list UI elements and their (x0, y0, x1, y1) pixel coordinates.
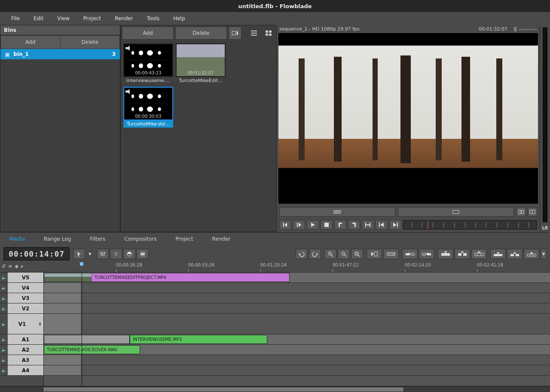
timeline-clip-video[interactable]: TURCOTTEMIKEEDITPROJECT.MP4 (44, 273, 290, 282)
track-head[interactable]: 🔈V2 (0, 303, 43, 314)
redo-button[interactable] (309, 249, 321, 259)
sync-icon[interactable]: ⇵ (2, 263, 6, 269)
track-lane[interactable]: TURCOTTEMIKEEDITPROJECT.MP4 (44, 273, 550, 283)
track-mute-icon[interactable]: 🔈 (0, 314, 8, 334)
monitor-mode-timeline-button[interactable] (279, 207, 395, 217)
track-expand-icon[interactable]: ↓ (37, 321, 43, 327)
transport-clear-marks-button[interactable] (362, 220, 374, 230)
tab-media[interactable]: Media (0, 233, 34, 245)
track-lane[interactable] (44, 293, 550, 303)
monitor-mode-clip-button[interactable] (398, 207, 514, 217)
track-mute-icon[interactable]: 🔈 (0, 273, 8, 282)
marker-menu-icon[interactable]: ▸ (21, 263, 24, 269)
transport-mark-out-button[interactable] (348, 220, 360, 230)
edit-mode-button[interactable] (73, 249, 85, 259)
track-head[interactable]: 🔈V1↓ (0, 314, 43, 334)
menu-file[interactable]: File (4, 13, 27, 24)
tool-pattern-icon[interactable] (137, 249, 149, 259)
transport-prev-button[interactable] (279, 220, 291, 230)
menu-tools[interactable]: Tools (140, 13, 167, 24)
track-head[interactable]: 🔈A4 (0, 365, 43, 376)
track-lane[interactable]: TURCOTTEMIKE-VOICEOVER.WAV (44, 345, 550, 355)
track-head[interactable]: 🔈V4 (0, 283, 43, 293)
transport-play-button[interactable] (307, 220, 319, 230)
track-mute-icon[interactable]: 🔈 (0, 303, 8, 313)
undo-button[interactable] (296, 249, 308, 259)
track-mute-icon[interactable]: 🔈 (0, 283, 8, 293)
overwrite-range-button[interactable] (455, 249, 470, 259)
media-proxy-icon[interactable] (229, 27, 241, 40)
timeline-scrollbar[interactable] (0, 386, 550, 392)
track-mute-icon[interactable]: 🔈 (0, 365, 8, 375)
bin-add-button[interactable]: Add (0, 35, 60, 49)
scrollbar-thumb[interactable] (43, 387, 404, 392)
zoom-fit-button[interactable] (351, 249, 363, 259)
track-lane[interactable] (44, 355, 550, 365)
track-head[interactable]: 🔈V3 (0, 293, 43, 303)
ripple-delete-button[interactable] (524, 249, 539, 259)
zoom-in-button[interactable] (324, 249, 336, 259)
transport-play-stop-button[interactable] (293, 220, 305, 230)
timeline-clip-audio[interactable]: INTERVIEWUSEME.MP3 (130, 335, 267, 344)
media-view-grid-icon[interactable] (262, 27, 275, 40)
splice-out-button[interactable] (383, 249, 399, 259)
snap-icon[interactable]: ◆ (15, 263, 18, 269)
tool-text-icon[interactable]: T (110, 249, 122, 259)
menu-edit[interactable]: Edit (27, 13, 50, 24)
track-lane[interactable] (44, 365, 550, 376)
media-view-list-icon[interactable] (248, 27, 260, 40)
three-point-button[interactable] (471, 249, 487, 259)
media-clip[interactable]: 00:00:43:23 interviewuseme.... (123, 43, 173, 84)
timeline-timecode[interactable]: 00:00:14:07 (3, 247, 70, 260)
transport-mark-in-button[interactable] (334, 220, 346, 230)
monitor-view-switch-icon[interactable] (528, 207, 537, 217)
lift-group-dropdown-icon[interactable]: ▾ (541, 249, 547, 259)
track-head[interactable]: 🔈A2 (0, 345, 43, 355)
media-clip[interactable]: 00:01:32:07 TurcotteMikeEdit... (176, 43, 226, 84)
tab-range-log[interactable]: Range Log (34, 233, 80, 245)
monitor-trim-view-icon[interactable] (516, 207, 526, 217)
bin-item[interactable]: ▣ bin_1 3 (0, 49, 120, 59)
menu-view[interactable]: View (50, 13, 76, 24)
tool-sliders-icon[interactable] (97, 249, 109, 259)
media-add-button[interactable]: Add (122, 27, 174, 40)
append-button[interactable] (419, 249, 434, 259)
overwrite-button[interactable] (438, 249, 453, 259)
edit-mode-dropdown-icon[interactable]: ▾ (86, 249, 93, 259)
monitor-viewport[interactable] (278, 33, 538, 204)
list-icon[interactable]: ≡ (8, 263, 12, 269)
insert-button[interactable] (402, 249, 418, 259)
bin-delete-button[interactable]: Delete (60, 35, 120, 49)
tab-project[interactable]: Project (166, 233, 203, 245)
track-lane[interactable] (44, 314, 550, 334)
tab-compositors[interactable]: Compositors (115, 233, 166, 245)
tab-filters[interactable]: Filters (80, 233, 115, 245)
track-mute-icon[interactable]: 🔈 (0, 293, 8, 303)
track-head[interactable]: 🔈A3 (0, 355, 43, 365)
track-head[interactable]: 🔈V5 (0, 273, 43, 283)
transport-scrubber[interactable] (403, 220, 537, 230)
timeline-tracks[interactable]: TURCOTTEMIKEEDITPROJECT.MP4 INTERVIEWUSE… (44, 273, 550, 386)
track-lane[interactable]: INTERVIEWUSEME.MP3 (44, 334, 550, 345)
timeline-clip-gap[interactable] (44, 335, 130, 344)
track-mute-icon[interactable]: 🔈 (0, 334, 8, 344)
transport-stop-button[interactable] (321, 220, 333, 230)
track-lane[interactable] (44, 303, 550, 314)
track-head[interactable]: 🔈A1 (0, 334, 43, 345)
extract-button[interactable] (507, 249, 522, 259)
transport-goto-start-button[interactable] (376, 220, 388, 230)
timeline-clip-audio[interactable]: TURCOTTEMIKE-VOICEOVER.WAV (44, 345, 140, 354)
timeline-ruler[interactable]: ⇵ ≡ ◆ ▸ 00:00:26:28 00:00:53:26 00:01:20… (0, 262, 550, 273)
lift-button[interactable] (490, 249, 506, 259)
menu-render[interactable]: Render (108, 13, 140, 24)
media-clip[interactable]: 00:00:30:03 TurcotteMike-Voi... (123, 87, 173, 128)
zoom-out-button[interactable] (338, 249, 350, 259)
track-lane[interactable] (44, 283, 550, 293)
media-delete-button[interactable]: Delete (175, 27, 227, 40)
menu-help[interactable]: Help (166, 13, 192, 24)
transport-goto-end-button[interactable] (389, 220, 401, 230)
track-mute-icon[interactable]: 🔈 (0, 355, 8, 365)
cut-button[interactable] (367, 249, 382, 259)
tool-color-icon[interactable] (123, 249, 135, 259)
menu-project[interactable]: Project (76, 13, 108, 24)
